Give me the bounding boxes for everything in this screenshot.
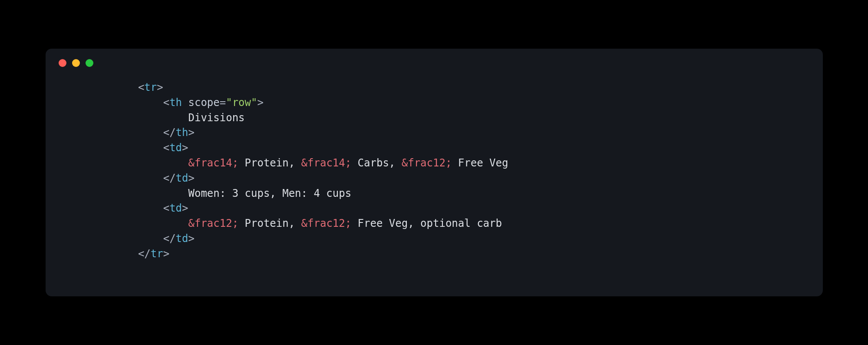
code-line: </tr> xyxy=(63,246,805,262)
code-line: Divisions xyxy=(63,110,805,126)
code-line: <td> xyxy=(63,140,805,156)
token-punc: > xyxy=(188,172,195,184)
token-text: Protein, xyxy=(238,217,301,229)
token-punc: > xyxy=(163,248,169,260)
code-line: &frac12; Protein, &frac12; Free Veg, opt… xyxy=(63,216,805,231)
token-tag: td xyxy=(176,172,188,184)
token-punc: = xyxy=(220,96,226,109)
code-line: Women: 3 cups, Men: 4 cups xyxy=(63,186,805,201)
token-text: Protein, xyxy=(238,157,301,169)
code-line: &frac14; Protein, &frac14; Carbs, &frac1… xyxy=(63,156,805,171)
token-str: "row" xyxy=(226,96,257,109)
token-attr: scope xyxy=(188,96,220,109)
code-line: <td> xyxy=(63,201,805,216)
minimize-icon[interactable] xyxy=(72,59,80,67)
token-tag: td xyxy=(176,232,188,245)
token-tag: td xyxy=(169,202,182,214)
token-ent: &frac14; xyxy=(301,157,352,169)
token-punc: </ xyxy=(163,126,176,139)
zoom-icon[interactable] xyxy=(86,59,93,67)
code-line: </td> xyxy=(63,171,805,186)
token-punc: < xyxy=(138,81,144,93)
code-block: <tr> <th scope="row"> Divisions </th> <t… xyxy=(46,71,823,279)
token-punc: > xyxy=(188,232,195,245)
code-window: <tr> <th scope="row"> Divisions </th> <t… xyxy=(46,49,823,296)
token-punc: < xyxy=(163,96,169,109)
token-text: Free Veg xyxy=(452,157,508,169)
titlebar xyxy=(46,49,823,71)
token-text: Women: 3 cups, Men: 4 cups xyxy=(188,187,351,199)
token-ent: &frac12; xyxy=(402,157,452,169)
code-line: <tr> xyxy=(63,80,805,95)
token-text: Free Veg, optional carb xyxy=(351,217,502,229)
token-punc: < xyxy=(163,202,169,214)
token-text: Divisions xyxy=(188,112,244,124)
token-punc: > xyxy=(188,126,195,139)
token-tag: th xyxy=(169,96,182,109)
token-ent: &frac12; xyxy=(188,217,238,229)
token-tag: tr xyxy=(151,248,163,260)
token-punc: > xyxy=(257,96,263,109)
token-punc: </ xyxy=(138,248,151,260)
close-icon[interactable] xyxy=(59,59,66,67)
token-tag: td xyxy=(169,142,182,154)
token-punc: > xyxy=(182,142,188,154)
token-punc: </ xyxy=(163,232,176,245)
token-ent: &frac12; xyxy=(301,217,352,229)
token-tag: tr xyxy=(144,81,157,93)
code-line: </td> xyxy=(63,231,805,246)
token-tag: th xyxy=(176,126,188,139)
token-text: Carbs, xyxy=(351,157,402,169)
token-text xyxy=(182,96,188,109)
token-punc: < xyxy=(163,142,169,154)
code-line: <th scope="row"> xyxy=(63,95,805,110)
token-punc: </ xyxy=(163,172,176,184)
code-line: </th> xyxy=(63,125,805,140)
token-punc: > xyxy=(182,202,188,214)
token-punc: > xyxy=(157,81,163,93)
token-ent: &frac14; xyxy=(188,157,238,169)
